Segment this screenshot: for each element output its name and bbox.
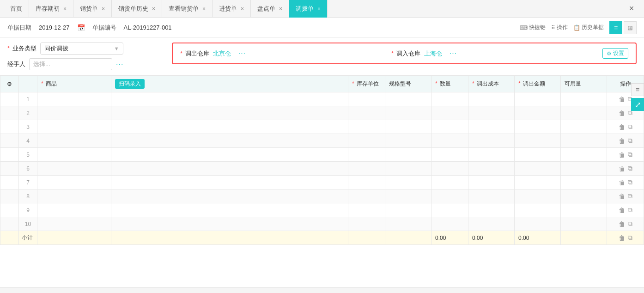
row-unit-cell[interactable]: [348, 176, 385, 189]
row-avail-cell[interactable]: [561, 203, 607, 217]
row-scan-cell[interactable]: [111, 176, 348, 189]
shortcut-button[interactable]: ⌨ 快捷键: [520, 24, 546, 31]
row-unit-cell[interactable]: [348, 92, 385, 106]
row-avail-cell[interactable]: [561, 148, 607, 162]
row-copy-icon[interactable]: ⧉: [628, 151, 632, 159]
row-product-cell[interactable]: [37, 189, 111, 203]
row-qty-cell[interactable]: [431, 162, 468, 176]
row-amount-cell[interactable]: [515, 189, 561, 203]
row-product-cell[interactable]: [37, 203, 111, 217]
row-product-cell[interactable]: [37, 176, 111, 189]
tab-sales-order-close[interactable]: ×: [102, 6, 105, 12]
row-scan-cell[interactable]: [111, 92, 348, 106]
warehouse-in-more-icon[interactable]: ···: [450, 49, 457, 58]
row-delete-icon[interactable]: 🗑: [619, 165, 625, 172]
row-avail-cell[interactable]: [561, 162, 607, 176]
row-unit-cell[interactable]: [348, 162, 385, 176]
tab-stocktake[interactable]: 盘点单 ×: [251, 0, 289, 18]
row-copy-icon[interactable]: ⧉: [628, 123, 632, 131]
tab-view-sales-close[interactable]: ×: [202, 6, 206, 12]
view-grid-button[interactable]: ⊞: [624, 21, 637, 34]
row-unit-cell[interactable]: [348, 148, 385, 162]
row-copy-icon[interactable]: ⧉: [628, 165, 632, 172]
row-scan-cell[interactable]: [111, 203, 348, 217]
row-spec-cell[interactable]: [385, 148, 431, 162]
row-amount-cell[interactable]: [515, 106, 561, 120]
row-delete-icon[interactable]: 🗑: [619, 179, 625, 186]
row-amount-cell[interactable]: [515, 176, 561, 189]
view-list-button[interactable]: ≡: [609, 21, 622, 34]
row-amount-cell[interactable]: [515, 92, 561, 106]
right-tool-list-icon[interactable]: ≡: [631, 83, 644, 96]
row-qty-cell[interactable]: [431, 203, 468, 217]
row-amount-cell[interactable]: [515, 120, 561, 134]
right-tool-expand-icon[interactable]: ⤢: [631, 98, 644, 111]
tab-purchase-close[interactable]: ×: [241, 6, 244, 12]
row-spec-cell[interactable]: [385, 120, 431, 134]
table-container[interactable]: ⚙ * 商品 扫码录入 * 库存单位: [0, 75, 644, 287]
row-cost-cell[interactable]: [468, 162, 515, 176]
row-qty-cell[interactable]: [431, 106, 468, 120]
row-spec-cell[interactable]: [385, 92, 431, 106]
row-product-cell[interactable]: [37, 148, 111, 162]
row-avail-cell[interactable]: [561, 120, 607, 134]
row-spec-cell[interactable]: [385, 106, 431, 120]
tab-view-sales[interactable]: 查看销货单 ×: [162, 0, 213, 18]
scan-input-button[interactable]: 扫码录入: [115, 79, 145, 89]
row-delete-icon[interactable]: 🗑: [619, 193, 625, 200]
row-cost-cell[interactable]: [468, 134, 515, 148]
row-amount-cell[interactable]: [515, 217, 561, 231]
row-amount-cell[interactable]: [515, 203, 561, 217]
row-copy-icon[interactable]: ⧉: [628, 192, 632, 200]
row-delete-icon[interactable]: 🗑: [619, 123, 625, 131]
tab-purchase[interactable]: 进货单 ×: [213, 0, 251, 18]
col-gear-header[interactable]: ⚙: [0, 76, 19, 92]
subtotal-delete-icon[interactable]: 🗑: [619, 234, 625, 242]
row-qty-cell[interactable]: [431, 176, 468, 189]
row-product-cell[interactable]: [37, 162, 111, 176]
row-qty-cell[interactable]: [431, 134, 468, 148]
row-unit-cell[interactable]: [348, 106, 385, 120]
row-delete-icon[interactable]: 🗑: [619, 151, 625, 159]
row-qty-cell[interactable]: [431, 92, 468, 106]
row-delete-icon[interactable]: 🗑: [619, 220, 625, 228]
row-avail-cell[interactable]: [561, 92, 607, 106]
row-amount-cell[interactable]: [515, 134, 561, 148]
row-avail-cell[interactable]: [561, 176, 607, 189]
row-unit-cell[interactable]: [348, 134, 385, 148]
row-unit-cell[interactable]: [348, 203, 385, 217]
row-copy-icon[interactable]: ⧉: [628, 178, 632, 186]
tab-transfer-close[interactable]: ×: [317, 6, 321, 12]
operation-button[interactable]: ⠿ 操作: [551, 24, 568, 31]
row-spec-cell[interactable]: [385, 134, 431, 148]
row-product-cell[interactable]: [37, 217, 111, 231]
row-product-cell[interactable]: [37, 120, 111, 134]
row-delete-icon[interactable]: 🗑: [619, 110, 625, 117]
row-unit-cell[interactable]: [348, 120, 385, 134]
row-unit-cell[interactable]: [348, 217, 385, 231]
handler-select[interactable]: 选择...: [29, 58, 112, 70]
handler-more-icon[interactable]: ···: [116, 60, 123, 68]
row-scan-cell[interactable]: [111, 162, 348, 176]
row-spec-cell[interactable]: [385, 176, 431, 189]
row-qty-cell[interactable]: [431, 217, 468, 231]
subtotal-copy-icon[interactable]: ⧉: [628, 234, 632, 242]
row-cost-cell[interactable]: [468, 92, 515, 106]
row-qty-cell[interactable]: [431, 120, 468, 134]
row-spec-cell[interactable]: [385, 162, 431, 176]
row-qty-cell[interactable]: [431, 189, 468, 203]
tab-inventory-init[interactable]: 库存期初 ×: [29, 0, 73, 18]
row-spec-cell[interactable]: [385, 189, 431, 203]
row-cost-cell[interactable]: [468, 189, 515, 203]
tab-sales-history[interactable]: 销货单历史 ×: [112, 0, 162, 18]
tab-transfer[interactable]: 调拨单 ×: [289, 0, 328, 18]
row-amount-cell[interactable]: [515, 148, 561, 162]
business-type-select[interactable]: 同价调拨 ▼: [40, 43, 123, 55]
window-close-button[interactable]: ×: [623, 0, 640, 18]
row-delete-icon[interactable]: 🗑: [619, 137, 625, 145]
calendar-icon[interactable]: 📅: [77, 24, 85, 31]
row-product-cell[interactable]: [37, 134, 111, 148]
row-scan-cell[interactable]: [111, 134, 348, 148]
history-button[interactable]: 📋 历史单据: [573, 24, 604, 31]
tab-sales-order[interactable]: 销货单 ×: [73, 0, 112, 18]
